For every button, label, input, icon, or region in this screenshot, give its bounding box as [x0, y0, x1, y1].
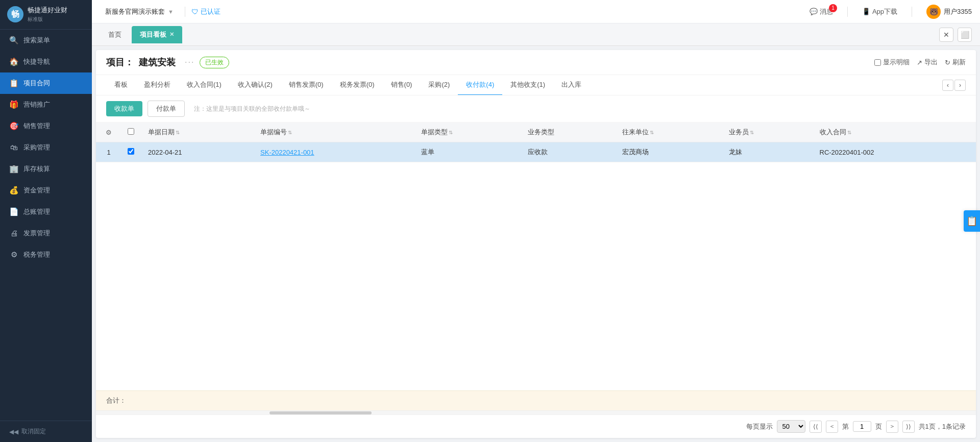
col-partner: 往来单位⇅: [616, 122, 723, 142]
export-button[interactable]: ↗ 导出: [917, 58, 938, 67]
sidebar-item-8[interactable]: 📄 总账管理: [0, 201, 92, 223]
sort-number-icon[interactable]: ⇅: [288, 130, 292, 135]
prev-page-button[interactable]: ＜: [826, 421, 838, 433]
table-row[interactable]: 1 2022-04-21 SK-20220421-001 蓝单 应收款 宏茂商场…: [96, 142, 976, 162]
sidebar-item-0[interactable]: 🔍 搜索菜单: [0, 30, 92, 51]
scrollbar-thumb[interactable]: [270, 411, 372, 414]
messages-button[interactable]: 💬 消息 1: [810, 7, 833, 16]
sidebar-footer[interactable]: ◀◀ 取消固定: [0, 421, 92, 442]
row-checkbox-0[interactable]: [121, 142, 142, 162]
sort-date-icon[interactable]: ⇅: [176, 130, 180, 135]
sidebar-item-1[interactable]: 🏠 快捷导航: [0, 51, 92, 72]
sidebar-item-6[interactable]: 🏢 库存核算: [0, 158, 92, 180]
last-page-button[interactable]: ⟩⟩: [902, 421, 915, 433]
refresh-button[interactable]: ↻ 刷新: [945, 58, 966, 67]
side-action-button[interactable]: 📋: [964, 210, 980, 232]
table-wrapper: ⚙ 单据日期⇅ 单据编号⇅ 单据类型⇅ 业务类型 往来单位⇅ 业务员⇅ 收入合同…: [96, 122, 976, 390]
sort-contract-icon[interactable]: ⇅: [847, 130, 851, 135]
sidebar-item-2[interactable]: 📋 项目合同: [0, 72, 92, 94]
nav-label-5: 采购管理: [23, 143, 50, 152]
unpin-icon: ◀◀: [9, 428, 18, 435]
app-logo-text: 畅捷通好业财 标准版: [28, 6, 67, 23]
sidebar-item-9[interactable]: 🖨 发票管理: [0, 223, 92, 244]
nav-icon-0: 🔍: [9, 36, 18, 45]
sidebar-nav: 🔍 搜索菜单🏠 快捷导航📋 项目合同🎁 营销推广🎯 销售管理🛍 采购管理🏢 库存…: [0, 30, 92, 421]
sub-tab-6[interactable]: 销售(0): [383, 75, 421, 95]
select-all-checkbox[interactable]: [128, 128, 134, 135]
col-contract: 收入合同⇅: [814, 122, 976, 142]
receipt-tab-button[interactable]: 收款单: [106, 101, 142, 116]
show-detail-toggle[interactable]: 显示明细: [874, 58, 910, 67]
row-select-checkbox-0[interactable]: [128, 148, 134, 155]
col-type: 单据类型⇅: [415, 122, 522, 142]
sub-tab-7[interactable]: 采购(2): [420, 75, 458, 95]
sub-tab-4[interactable]: 销售发票(0): [281, 75, 332, 95]
sort-salesperson-icon[interactable]: ⇅: [750, 130, 754, 135]
topbar-divider-2: [847, 7, 848, 17]
tab-minimize-button[interactable]: ✕: [939, 28, 953, 42]
user-menu[interactable]: 🐻 用户3355: [926, 5, 972, 19]
show-detail-checkbox[interactable]: [874, 59, 881, 66]
phone-icon: 📱: [862, 8, 870, 15]
settings-icon[interactable]: ⚙: [106, 129, 112, 136]
sidebar-item-3[interactable]: 🎁 营销推广: [0, 94, 92, 115]
sub-tab-3[interactable]: 收入确认(2): [230, 75, 281, 95]
project-status-badge: 已生效: [200, 57, 229, 68]
payment-tab-button[interactable]: 付款单: [148, 101, 185, 117]
pagination: 每页显示 50 100 200 ⟨⟨ ＜ 第 页 ＞ ⟩⟩ 共1页，1条记录: [96, 414, 976, 438]
row-date-0: 2022-04-21: [142, 142, 254, 162]
account-selector[interactable]: 新服务官网演示账套 ▼: [100, 7, 179, 16]
project-header: 项目： 建筑安装 ··· 已生效 显示明细 ↗ 导出 ↻ 刷新: [96, 50, 976, 75]
next-page-button[interactable]: ＞: [886, 421, 898, 433]
sort-type-icon[interactable]: ⇅: [449, 130, 453, 135]
chevron-down-icon: ▼: [168, 9, 174, 15]
row-number-0[interactable]: SK-20220421-001: [254, 142, 415, 162]
more-options-icon[interactable]: ···: [185, 58, 194, 67]
sidebar-item-5[interactable]: 🛍 采购管理: [0, 137, 92, 158]
table-body: 1 2022-04-21 SK-20220421-001 蓝单 应收款 宏茂商场…: [96, 142, 976, 162]
nav-icon-1: 🏠: [9, 57, 18, 66]
export-icon: ↗: [917, 59, 922, 66]
sub-tab-10[interactable]: 出入库: [553, 75, 590, 95]
sub-tab-0[interactable]: 看板: [106, 75, 136, 95]
message-icon: 💬: [810, 8, 818, 15]
col-gear[interactable]: ⚙: [96, 122, 121, 142]
sidebar-item-7[interactable]: 💰 资金管理: [0, 180, 92, 201]
page-number-input[interactable]: [853, 421, 871, 432]
row-num-0: 1: [96, 142, 121, 162]
nav-icon-9: 🖨: [9, 229, 18, 237]
record-link-0[interactable]: SK-20220421-001: [260, 149, 314, 156]
sub-tab-9[interactable]: 其他收支(1): [502, 75, 553, 95]
nav-icon-6: 🏢: [9, 164, 18, 174]
project-name: 建筑安装: [139, 56, 176, 68]
sidebar-item-4[interactable]: 🎯 销售管理: [0, 115, 92, 137]
row-type-0: 蓝单: [415, 142, 522, 162]
main-area: 新服务官网演示账套 ▼ 🛡 已认证 💬 消息 1 📱 App下载 🐻 用户335…: [92, 0, 980, 442]
topbar-right: 💬 消息 1 📱 App下载 🐻 用户3355: [810, 5, 972, 19]
tab-close-icon[interactable]: ✕: [169, 31, 174, 38]
sub-tab-5[interactable]: 税务发票(0): [332, 75, 383, 95]
sub-tab-next-arrow[interactable]: ›: [954, 80, 966, 91]
sub-tab-8[interactable]: 收付款(4): [458, 75, 502, 95]
sub-tab-nav: ‹ ›: [942, 76, 966, 95]
sort-partner-icon[interactable]: ⇅: [650, 130, 654, 135]
page-size-select[interactable]: 50 100 200: [777, 420, 805, 433]
tab-home[interactable]: 首页: [100, 26, 130, 43]
sub-tab-2[interactable]: 收入合同(1): [179, 75, 230, 95]
nav-label-3: 营销推广: [23, 100, 50, 109]
data-table: ⚙ 单据日期⇅ 单据编号⇅ 单据类型⇅ 业务类型 往来单位⇅ 业务员⇅ 收入合同…: [96, 122, 976, 162]
nav-label-8: 总账管理: [23, 207, 50, 216]
first-page-button[interactable]: ⟨⟨: [810, 421, 822, 433]
tab-maximize-button[interactable]: ⬜: [958, 28, 972, 42]
sub-tab-prev-arrow[interactable]: ‹: [942, 80, 953, 91]
nav-icon-8: 📄: [9, 207, 18, 216]
sub-tabs: 看板盈利分析收入合同(1)收入确认(2)销售发票(0)税务发票(0)销售(0)采…: [96, 75, 976, 95]
tab-project-board[interactable]: 项目看板 ✕: [132, 26, 182, 43]
sub-tab-1[interactable]: 盈利分析: [136, 75, 179, 95]
sidebar-item-10[interactable]: ⚙ 税务管理: [0, 244, 92, 265]
nav-label-0: 搜索菜单: [23, 36, 50, 45]
content-area: 项目： 建筑安装 ··· 已生效 显示明细 ↗ 导出 ↻ 刷新 看: [96, 50, 976, 438]
app-download-button[interactable]: 📱 App下载: [862, 7, 897, 16]
nav-icon-5: 🛍: [9, 143, 18, 152]
horizontal-scrollbar[interactable]: [96, 410, 976, 414]
